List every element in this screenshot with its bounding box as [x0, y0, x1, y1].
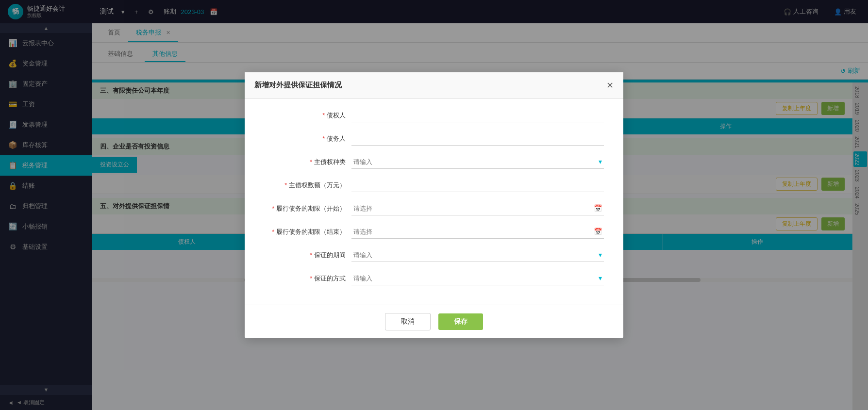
chevron-down-icon-3[interactable]: ▾: [597, 274, 604, 282]
modal-footer: 取消 保存: [245, 305, 623, 338]
form-row-debtor: * 债务人: [264, 132, 604, 146]
form-label-start-date: * 履行债务的期限（开始）: [264, 204, 351, 213]
debtor-input[interactable]: [351, 132, 604, 146]
modal-dialog: 新增对外提供保证担保情况 ✕ * 债权人 * 债务人: [245, 72, 623, 338]
form-row-claim-type: * 主债权种类 ▾: [264, 155, 604, 169]
form-label-claim-amount: * 主债权数额（万元）: [264, 181, 351, 190]
start-date-wrap[interactable]: 📅: [351, 202, 604, 215]
calendar-icon-2[interactable]: 📅: [592, 228, 604, 235]
modal-header: 新增对外提供保证担保情况 ✕: [245, 72, 623, 99]
guarantee-period-select[interactable]: ▾: [351, 248, 604, 262]
end-date-input[interactable]: [351, 225, 592, 238]
form-label-guarantee-period: * 保证的期间: [264, 251, 351, 260]
modal-title: 新增对外提供保证担保情况: [254, 81, 342, 90]
form-label-debtor: * 债务人: [264, 134, 351, 143]
guarantee-method-input[interactable]: [351, 272, 597, 285]
modal-body: * 债权人 * 债务人 * 主债权种类: [245, 99, 623, 305]
creditor-input[interactable]: [351, 109, 604, 122]
start-date-input[interactable]: [351, 202, 592, 215]
guarantee-method-select[interactable]: ▾: [351, 272, 604, 285]
form-row-claim-amount: * 主债权数额（万元）: [264, 179, 604, 192]
cancel-button[interactable]: 取消: [385, 313, 431, 330]
form-label-claim-type: * 主债权种类: [264, 158, 351, 166]
claim-type-input[interactable]: [351, 155, 597, 168]
form-label-end-date: * 履行债务的期限（结束）: [264, 228, 351, 236]
claim-type-select[interactable]: ▾: [351, 155, 604, 169]
guarantee-period-input[interactable]: [351, 248, 597, 262]
chevron-down-icon-2[interactable]: ▾: [597, 251, 604, 259]
modal-close-btn[interactable]: ✕: [606, 80, 614, 91]
modal-overlay[interactable]: 新增对外提供保证担保情况 ✕ * 债权人 * 债务人: [0, 0, 868, 410]
save-button[interactable]: 保存: [438, 313, 483, 330]
chevron-down-icon[interactable]: ▾: [597, 158, 604, 165]
form-label-creditor: * 债权人: [264, 111, 351, 120]
form-row-guarantee-period: * 保证的期间 ▾: [264, 248, 604, 262]
calendar-icon[interactable]: 📅: [592, 204, 604, 212]
end-date-wrap[interactable]: 📅: [351, 225, 604, 239]
form-label-guarantee-method: * 保证的方式: [264, 274, 351, 283]
claim-amount-input[interactable]: [351, 179, 604, 192]
form-row-creditor: * 债权人: [264, 109, 604, 122]
form-row-end-date: * 履行债务的期限（结束） 📅: [264, 225, 604, 239]
form-row-start-date: * 履行债务的期限（开始） 📅: [264, 202, 604, 215]
form-row-guarantee-method: * 保证的方式 ▾: [264, 272, 604, 285]
